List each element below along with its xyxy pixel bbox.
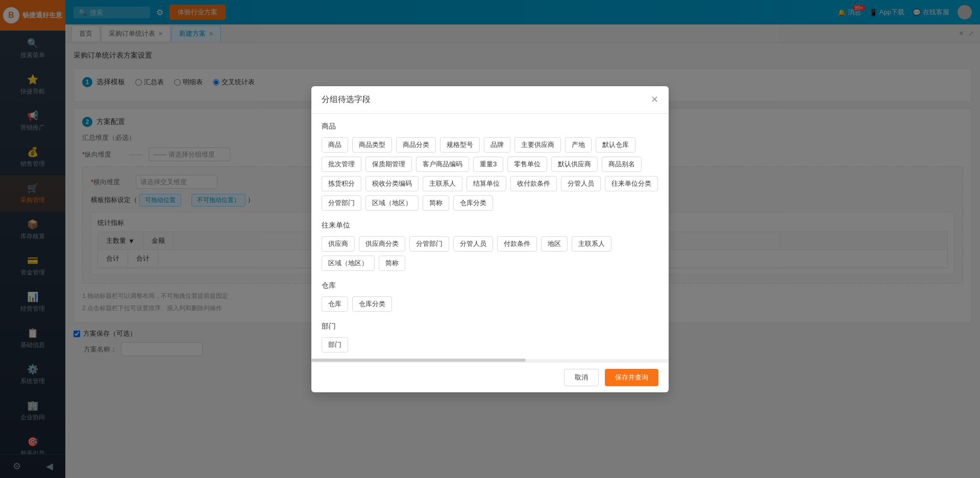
modal-overlay: 分组待选字段 ✕ 商品 商品商品类型商品分类规格型号品牌主要供应商产地默认仓库批… <box>0 0 980 478</box>
modal-footer: 取消 保存并查询 <box>311 362 669 392</box>
field-tag[interactable]: 默认供应商 <box>551 157 598 172</box>
field-tag[interactable]: 客户商品编码 <box>416 157 469 172</box>
field-tag[interactable]: 保质期管理 <box>365 157 412 172</box>
field-tag[interactable]: 批次管理 <box>322 157 361 172</box>
modal-horizontal-scrollbar[interactable] <box>311 359 669 362</box>
field-group-goods-title: 商品 <box>322 122 658 131</box>
field-tag[interactable]: 往来单位分类 <box>605 176 658 191</box>
field-tag[interactable]: 区域（地区） <box>322 256 375 271</box>
field-tag[interactable]: 商品别名 <box>602 157 642 172</box>
field-tag[interactable]: 默认仓库 <box>596 137 635 153</box>
modal-header: 分组待选字段 ✕ <box>311 86 669 114</box>
dept-field-tags: 部门 <box>322 337 658 353</box>
modal-body: 商品 商品商品类型商品分类规格型号品牌主要供应商产地默认仓库批次管理保质期管理客… <box>311 114 669 359</box>
field-tag[interactable]: 供应商 <box>322 236 355 251</box>
goods-field-tags: 商品商品类型商品分类规格型号品牌主要供应商产地默认仓库批次管理保质期管理客户商品… <box>322 137 658 211</box>
field-tag[interactable]: 税收分类编码 <box>365 176 419 191</box>
field-tag[interactable]: 简称 <box>423 195 449 211</box>
field-tag[interactable]: 仓库 <box>322 296 348 312</box>
field-tag[interactable]: 地区 <box>541 236 568 251</box>
field-tag[interactable]: 部门 <box>322 337 348 353</box>
field-tag[interactable]: 分管部门 <box>322 195 361 211</box>
field-tag[interactable]: 分管部门 <box>409 236 449 251</box>
field-group-goods: 商品 商品商品类型商品分类规格型号品牌主要供应商产地默认仓库批次管理保质期管理客… <box>322 122 658 211</box>
field-tag[interactable]: 商品 <box>322 137 348 153</box>
field-group-contacts-title: 往来单位 <box>322 221 658 230</box>
field-tag[interactable]: 结算单位 <box>467 176 506 191</box>
field-tag[interactable]: 收付款条件 <box>510 176 557 191</box>
field-tag[interactable]: 规格型号 <box>440 137 480 153</box>
field-tag[interactable]: 拣货积分 <box>322 176 361 191</box>
field-group-dept: 部门 部门 <box>322 322 658 353</box>
field-tag[interactable]: 区域（地区） <box>365 195 419 211</box>
field-group-contacts: 往来单位 供应商供应商分类分管部门分管人员付款条件地区主联系人区域（地区）简称 <box>322 221 658 271</box>
scrollbar-thumb <box>311 359 526 362</box>
field-tag[interactable]: 商品分类 <box>396 137 436 153</box>
field-tag[interactable]: 分管人员 <box>561 176 601 191</box>
field-tag[interactable]: 仓库分类 <box>453 195 493 211</box>
field-tag[interactable]: 分管人员 <box>453 236 493 251</box>
field-tag[interactable]: 产地 <box>565 137 592 153</box>
confirm-button[interactable]: 保存并查询 <box>605 369 658 386</box>
field-tag[interactable]: 供应商分类 <box>359 236 405 251</box>
field-tag[interactable]: 商品类型 <box>352 137 392 153</box>
field-group-warehouse: 仓库 仓库仓库分类 <box>322 281 658 312</box>
field-select-modal: 分组待选字段 ✕ 商品 商品商品类型商品分类规格型号品牌主要供应商产地默认仓库批… <box>311 86 669 392</box>
field-tag[interactable]: 主联系人 <box>572 236 611 251</box>
field-tag[interactable]: 付款条件 <box>497 236 537 251</box>
field-tag[interactable]: 仓库分类 <box>352 296 392 312</box>
warehouse-field-tags: 仓库仓库分类 <box>322 296 658 312</box>
field-group-warehouse-title: 仓库 <box>322 281 658 290</box>
field-tag[interactable]: 零售单位 <box>507 157 547 172</box>
field-tag[interactable]: 简称 <box>379 256 405 271</box>
field-tag[interactable]: 品牌 <box>484 137 510 153</box>
contacts-field-tags: 供应商供应商分类分管部门分管人员付款条件地区主联系人区域（地区）简称 <box>322 236 658 271</box>
cancel-button[interactable]: 取消 <box>564 369 599 386</box>
field-tag[interactable]: 重量3 <box>473 157 503 172</box>
field-group-dept-title: 部门 <box>322 322 658 331</box>
modal-title: 分组待选字段 <box>322 94 371 105</box>
modal-close-button[interactable]: ✕ <box>651 95 658 104</box>
field-tag[interactable]: 主要供应商 <box>514 137 561 153</box>
field-tag[interactable]: 主联系人 <box>423 176 462 191</box>
